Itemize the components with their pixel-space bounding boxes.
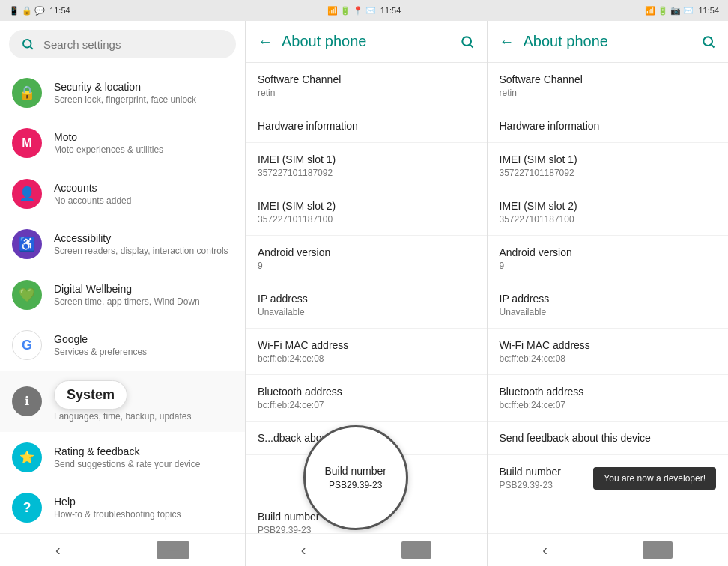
system-bubble-label: System: [54, 380, 127, 410]
about-item-ip-1[interactable]: IP address Unavailable: [246, 282, 487, 329]
nav-bar-2: ‹: [246, 533, 487, 566]
about-panel-2: ← About phone Software Channel retin Har…: [488, 21, 729, 566]
back-button-2[interactable]: ←: [500, 33, 515, 50]
sidebar-item-rating[interactable]: ⭐ Rating & feedback Send suggestions & r…: [0, 432, 245, 482]
about-item-wifi-2[interactable]: Wi-Fi MAC address bc:ff:eb:24:ce:08: [488, 329, 729, 375]
settings-panel: 🔒 Security & location Screen lock, finge…: [0, 21, 246, 566]
about-header-2: ← About phone: [488, 21, 729, 63]
svg-line-5: [712, 44, 715, 47]
help-text: Help How-to & troubleshooting topics: [54, 496, 181, 520]
svg-point-2: [462, 37, 471, 46]
about-header-1: ← About phone: [246, 21, 487, 63]
sidebar-item-system[interactable]: ℹ System Languages, time, backup, update…: [0, 371, 245, 432]
nav-back[interactable]: ‹: [55, 541, 61, 559]
svg-line-1: [30, 46, 32, 49]
rating-text: Rating & feedback Send suggestions & rat…: [54, 445, 200, 469]
sidebar-item-wellbeing[interactable]: 💚 Digital Wellbeing Screen time, app tim…: [0, 270, 245, 320]
svg-point-4: [703, 37, 712, 46]
status-bar-right: 📶 🔋 📷 ✉️ 11:54: [482, 6, 719, 16]
search-icon-1[interactable]: [460, 34, 475, 49]
sidebar-item-google[interactable]: G Google Services & preferences: [0, 320, 245, 370]
system-text: System Languages, time, backup, updates: [54, 380, 191, 422]
sidebar-item-accounts[interactable]: 👤 Accounts No accounts added: [0, 168, 245, 219]
nav-back-2[interactable]: ‹: [301, 541, 306, 559]
about-panel-1: ← About phone Software Channel retin Har…: [246, 21, 488, 566]
about-content-1: Software Channel retin Hardware informat…: [246, 63, 487, 533]
build-number-circle: Build number PSB29.39-23: [303, 425, 408, 530]
about-title-1: About phone: [282, 33, 451, 50]
status-icons-center: 📶 🔋 📍 ✉️: [327, 6, 376, 16]
status-time-right: 11:54: [698, 6, 719, 15]
status-time-left: 11:54: [49, 6, 70, 15]
about-item-imei1-1[interactable]: IMEI (SIM slot 1) 357227101187092: [246, 143, 487, 189]
about-item-ip-2[interactable]: IP address Unavailable: [488, 282, 729, 329]
moto-icon: M: [12, 128, 42, 158]
main-layout: 🔒 Security & location Screen lock, finge…: [0, 21, 728, 566]
nav-bar-3: ‹: [488, 533, 729, 566]
wellbeing-text: Digital Wellbeing Screen time, app timer…: [54, 283, 200, 307]
about-item-imei2-2[interactable]: IMEI (SIM slot 2) 357227101187100: [488, 189, 729, 236]
nav-home-3[interactable]: [643, 541, 673, 559]
status-icons-right: 📶 🔋 📷 ✉️: [645, 6, 694, 16]
about-item-build-1[interactable]: Build number PSB29.39-23 Build number PS…: [246, 455, 487, 533]
about-item-feedback-2[interactable]: Send feedback about this device: [488, 422, 729, 455]
about-item-hw-info-2[interactable]: Hardware information: [488, 109, 729, 143]
google-icon: G: [12, 330, 42, 360]
about-item-imei1-2[interactable]: IMEI (SIM slot 1) 357227101187092: [488, 143, 729, 189]
wellbeing-icon: 💚: [12, 280, 42, 310]
sidebar-item-help[interactable]: ? Help How-to & troubleshooting topics: [0, 483, 245, 533]
about-item-hw-info-1[interactable]: Hardware information: [246, 109, 487, 143]
nav-home[interactable]: —: [157, 541, 189, 559]
accessibility-text: Accessibility Screen readers, display, i…: [54, 232, 228, 256]
status-time-center: 11:54: [380, 6, 401, 15]
nav-home-2[interactable]: [401, 541, 431, 559]
accounts-icon: 👤: [12, 179, 42, 209]
status-bar-left: 📱 🔒 💬 11:54: [9, 6, 246, 16]
sidebar-item-accessibility[interactable]: ♿ Accessibility Screen readers, display,…: [0, 219, 245, 269]
nav-bar: ‹ —: [0, 533, 245, 566]
google-text: Google Services & preferences: [54, 333, 147, 357]
developer-toast: You are now a developer!: [593, 467, 716, 490]
search-icon-2[interactable]: [701, 34, 716, 49]
system-icon: ℹ: [12, 386, 42, 416]
svg-line-3: [470, 44, 473, 47]
about-item-wifi-1[interactable]: Wi-Fi MAC address bc:ff:eb:24:ce:08: [246, 329, 487, 375]
search-icon: [21, 37, 34, 51]
about-item-bt-1[interactable]: Bluetooth address bc:ff:eb:24:ce:07: [246, 375, 487, 422]
accessibility-icon: ♿: [12, 229, 42, 259]
about-item-android-2[interactable]: Android version 9: [488, 236, 729, 282]
accounts-text: Accounts No accounts added: [54, 182, 131, 206]
security-icon: 🔒: [12, 78, 42, 108]
rating-icon: ⭐: [12, 442, 42, 472]
svg-point-0: [23, 40, 31, 48]
about-item-software-channel-2[interactable]: Software Channel retin: [488, 63, 729, 109]
about-item-bt-2[interactable]: Bluetooth address bc:ff:eb:24:ce:07: [488, 375, 729, 422]
about-item-android-1[interactable]: Android version 9: [246, 236, 487, 282]
about-item-imei2-1[interactable]: IMEI (SIM slot 2) 357227101187100: [246, 189, 487, 236]
about-title-2: About phone: [524, 33, 693, 50]
status-bar: 📱 🔒 💬 11:54 📶 🔋 📍 ✉️ 11:54 📶 🔋 📷 ✉️ 11:5…: [0, 0, 728, 21]
sidebar-item-moto[interactable]: M Moto Moto experiences & utilities: [0, 118, 245, 168]
back-button-1[interactable]: ←: [258, 33, 273, 50]
about-item-build-2[interactable]: Build number PSB29.39-23 You are now a d…: [488, 455, 729, 501]
search-bar[interactable]: [9, 30, 236, 58]
search-input[interactable]: [43, 38, 224, 51]
about-item-software-channel-1[interactable]: Software Channel retin: [246, 63, 487, 109]
status-bar-center: 📶 🔋 📍 ✉️ 11:54: [246, 6, 482, 16]
about-content-2: Software Channel retin Hardware informat…: [488, 63, 729, 533]
status-icons-left: 📱 🔒 💬: [9, 6, 45, 16]
help-icon: ?: [12, 493, 42, 523]
moto-text: Moto Moto experiences & utilities: [54, 131, 163, 155]
sidebar-item-security[interactable]: 🔒 Security & location Screen lock, finge…: [0, 67, 245, 118]
nav-back-3[interactable]: ‹: [542, 541, 547, 559]
security-text: Security & location Screen lock, fingerp…: [54, 81, 196, 105]
